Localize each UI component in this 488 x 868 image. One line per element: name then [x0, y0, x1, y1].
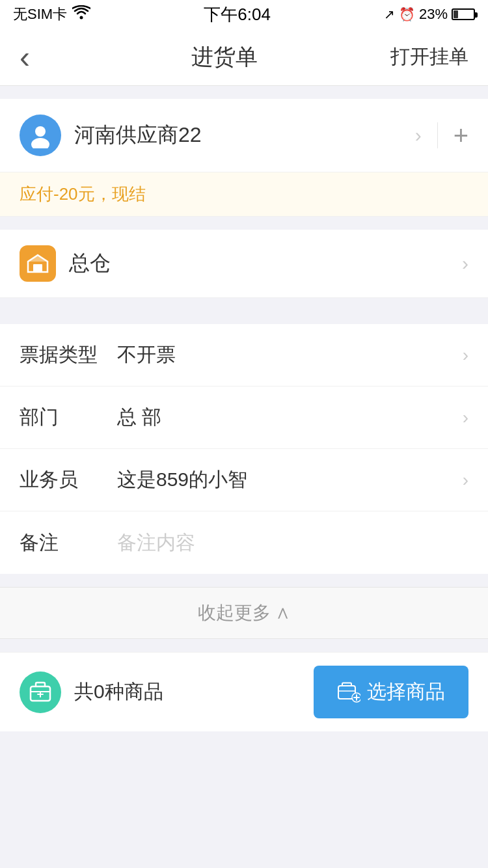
- select-product-label: 选择商品: [367, 679, 445, 705]
- svg-point-1: [35, 126, 46, 137]
- collapse-button[interactable]: 收起更多 ∧: [0, 587, 488, 639]
- battery-icon: [452, 8, 475, 20]
- department-value: 总 部: [104, 404, 463, 431]
- department-label: 部门: [20, 404, 104, 431]
- location-icon: ↗: [384, 7, 395, 22]
- warehouse-name: 总仓: [69, 249, 462, 278]
- notice-row: 应付-20元，现结: [0, 172, 488, 217]
- select-product-icon: [337, 681, 360, 704]
- page-title: 进货单: [191, 42, 258, 72]
- supplier-section: 河南供应商22 › + 应付-20元，现结: [0, 99, 488, 217]
- remark-placeholder: 备注内容: [104, 530, 468, 556]
- warehouse-icon: [20, 245, 56, 282]
- status-right: ↗ ⏰ 23%: [384, 6, 475, 23]
- remark-label: 备注: [20, 530, 104, 556]
- wifi-icon: [72, 5, 90, 23]
- salesperson-value: 这是859的小智: [104, 467, 463, 493]
- select-product-button[interactable]: 选择商品: [314, 666, 468, 718]
- supplier-row[interactable]: 河南供应商22 › +: [0, 99, 488, 172]
- department-row[interactable]: 部门 总 部 ›: [0, 387, 488, 449]
- invoice-type-row[interactable]: 票据类型 不开票 ›: [0, 324, 488, 387]
- status-time: 下午6:04: [204, 3, 271, 26]
- alarm-icon: ⏰: [399, 7, 415, 22]
- top-divider: [0, 86, 488, 99]
- supplier-vertical-divider: [437, 122, 438, 148]
- department-chevron-icon: ›: [463, 407, 468, 428]
- add-supplier-button[interactable]: +: [454, 121, 468, 150]
- battery-percentage: 23%: [419, 6, 448, 23]
- carrier-label: 无SIM卡: [13, 5, 67, 24]
- mid-divider2: [0, 298, 488, 311]
- product-icon: [20, 671, 61, 713]
- invoice-type-value: 不开票: [104, 342, 463, 368]
- open-pending-button[interactable]: 打开挂单: [390, 44, 468, 70]
- salesperson-row[interactable]: 业务员 这是859的小智 ›: [0, 449, 488, 511]
- supplier-name: 河南供应商22: [74, 121, 415, 150]
- status-left: 无SIM卡: [13, 5, 90, 24]
- avatar: [20, 115, 61, 156]
- invoice-type-label: 票据类型: [20, 342, 104, 368]
- collapse-label: 收起更多 ∧: [198, 601, 291, 625]
- invoice-type-chevron-icon: ›: [463, 345, 468, 366]
- form-section: 票据类型 不开票 › 部门 总 部 › 业务员 这是859的小智 › 备注 备注…: [0, 324, 488, 574]
- nav-bar: ‹ 进货单 打开挂单: [0, 29, 488, 86]
- mid-divider1: [0, 217, 488, 230]
- warehouse-row[interactable]: 总仓 ›: [0, 230, 488, 298]
- svg-point-2: [31, 138, 49, 148]
- warehouse-chevron-icon: ›: [462, 252, 468, 275]
- back-button[interactable]: ‹: [20, 39, 59, 75]
- svg-rect-3: [33, 264, 42, 272]
- status-bar: 无SIM卡 下午6:04 ↗ ⏰ 23%: [0, 0, 488, 29]
- svg-point-0: [80, 16, 83, 20]
- warehouse-section: 总仓 ›: [0, 230, 488, 298]
- product-count-label: 共0种商品: [74, 679, 314, 705]
- remark-row[interactable]: 备注 备注内容: [0, 511, 488, 574]
- salesperson-chevron-icon: ›: [463, 470, 468, 491]
- salesperson-label: 业务员: [20, 467, 104, 493]
- bottom-action-bar: 共0种商品 选择商品: [0, 652, 488, 731]
- page-background: [0, 731, 488, 868]
- supplier-chevron-icon: ›: [415, 124, 422, 146]
- notice-text: 应付-20元，现结: [20, 184, 146, 204]
